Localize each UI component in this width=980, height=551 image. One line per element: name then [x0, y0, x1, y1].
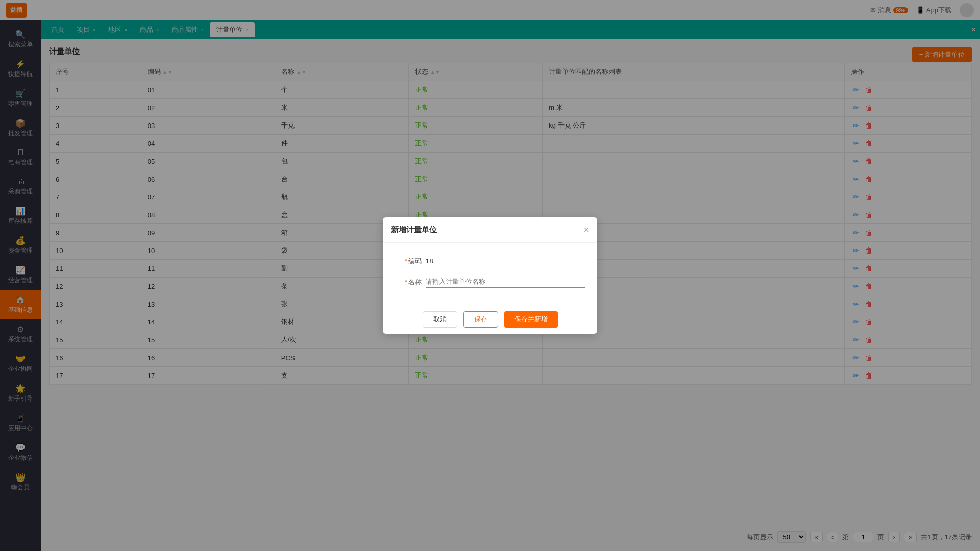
cancel-button[interactable]: 取消 — [423, 311, 457, 328]
dialog-header: 新增计量单位 × — [383, 217, 597, 243]
name-form-row: *名称 — [395, 276, 585, 288]
code-form-row: *编码 — [395, 255, 585, 267]
code-input[interactable] — [426, 255, 585, 267]
code-label: *编码 — [395, 257, 426, 266]
dialog-overlay: 新增计量单位 × *编码 *名称 取消 保存 保存并新增 — [0, 0, 980, 551]
dialog-title: 新增计量单位 — [391, 225, 437, 235]
save-button[interactable]: 保存 — [463, 311, 498, 328]
dialog-body: *编码 *名称 — [383, 243, 597, 305]
save-and-new-button[interactable]: 保存并新增 — [504, 311, 558, 328]
dialog-footer: 取消 保存 保存并新增 — [383, 305, 597, 334]
add-unit-dialog: 新增计量单位 × *编码 *名称 取消 保存 保存并新增 — [383, 217, 597, 334]
name-input[interactable] — [426, 276, 585, 288]
name-label: *名称 — [395, 278, 426, 287]
dialog-close-btn[interactable]: × — [583, 224, 589, 235]
